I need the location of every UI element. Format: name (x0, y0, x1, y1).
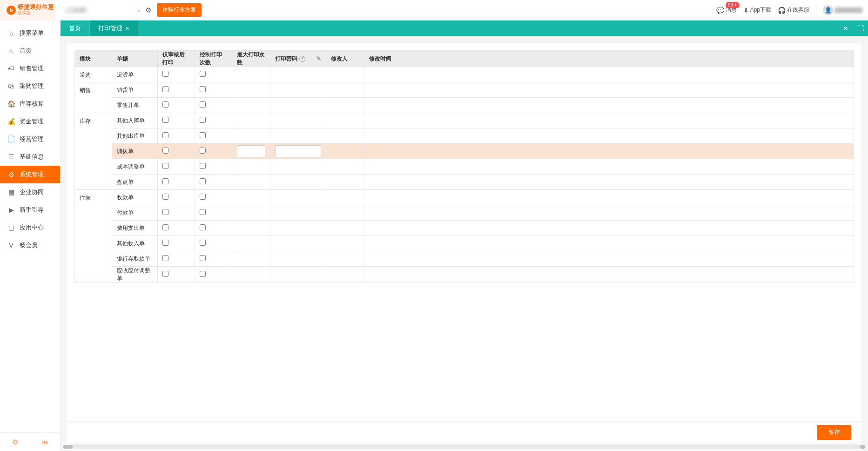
tab-首页[interactable]: 首页 (61, 20, 90, 36)
sidebar-item-apps[interactable]: ▢应用中心 (0, 219, 60, 236)
max-times-cell (232, 159, 270, 175)
after-audit-checkbox[interactable] (162, 224, 168, 230)
messages-link[interactable]: 💬 消息 99 + (716, 6, 737, 14)
help-icon[interactable]: ? (299, 56, 305, 62)
scrollbar-thumb[interactable] (63, 445, 73, 449)
bill-cell: 零售开单 (112, 98, 158, 113)
sidebar-item-business[interactable]: 📄经营管理 (0, 130, 60, 148)
after-audit-checkbox[interactable] (162, 101, 168, 108)
tab-打印管理[interactable]: 打印管理✕ (90, 20, 138, 36)
max-times-cell (232, 190, 270, 205)
after-audit-cell (158, 221, 195, 236)
sidebar-item-purchase[interactable]: 🛍采购管理 (0, 77, 60, 95)
sidebar-item-collab[interactable]: ▦企业协同 (0, 183, 60, 201)
collapse-icon: ⏮ (41, 438, 48, 446)
user-name (834, 7, 862, 13)
content-panel: 模块 单据 仅审核后打印 控制打印次数 最大打印次数 打印密码 ? ✎ (67, 43, 861, 421)
after-audit-checkbox[interactable] (162, 178, 168, 184)
sidebar-item-vip[interactable]: V畅会员 (0, 236, 60, 254)
bill-cell: 其他收入单 (112, 236, 158, 251)
fullscreen-button[interactable]: ⛶ (853, 20, 868, 36)
max-times-input[interactable] (237, 145, 265, 157)
sidebar-item-base[interactable]: ☰基础信息 (0, 148, 60, 166)
after-audit-cell (158, 267, 195, 283)
ctrl-times-cell (195, 113, 232, 128)
table-row: 盘点单 (75, 175, 854, 190)
modifier-cell (326, 251, 364, 267)
scrollbar-end[interactable] (860, 445, 865, 449)
table-row: 零售开单 (75, 98, 854, 113)
logo-text: 畅捷通好生意 (18, 3, 54, 10)
after-audit-checkbox[interactable] (162, 86, 168, 92)
ctrl-times-checkbox[interactable] (200, 117, 206, 123)
logo-subtext: 臻享版 (18, 10, 54, 16)
ctrl-times-checkbox[interactable] (200, 178, 206, 184)
ctrl-times-checkbox[interactable] (200, 209, 206, 215)
user-menu[interactable]: 👤 (823, 5, 862, 15)
bill-cell: 盘点单 (112, 175, 158, 190)
password-cell (270, 113, 326, 128)
after-audit-cell (158, 144, 195, 159)
ctrl-times-cell (195, 190, 232, 205)
sidebar-item-guide[interactable]: ▶新手引导 (0, 201, 60, 219)
password-cell (270, 267, 326, 283)
ctrl-times-checkbox[interactable] (200, 148, 206, 154)
industry-plan-button[interactable]: 体验行业方案 (157, 3, 202, 17)
sidebar-item-inventory[interactable]: 🏠库存核算 (0, 95, 60, 113)
ctrl-times-checkbox[interactable] (200, 101, 206, 108)
after-audit-checkbox[interactable] (162, 148, 168, 154)
sidebar-item-search[interactable]: ⌕搜索菜单 (0, 24, 60, 42)
password-cell (270, 175, 326, 190)
sidebar-item-label: 搜索菜单 (20, 29, 44, 37)
sidebar-item-apps-icon: ▢ (7, 224, 15, 231)
after-audit-checkbox[interactable] (162, 271, 168, 277)
after-audit-checkbox[interactable] (162, 71, 168, 77)
sidebar-item-sales[interactable]: 🏷销售管理 (0, 60, 60, 77)
ctrl-times-checkbox[interactable] (200, 240, 206, 246)
ctrl-times-cell (195, 175, 232, 190)
after-audit-checkbox[interactable] (162, 255, 168, 261)
password-cell (270, 67, 326, 82)
settings-button[interactable]: ⚙ (145, 6, 151, 14)
password-cell (270, 236, 326, 251)
bill-cell: 付款单 (112, 205, 158, 221)
after-audit-checkbox[interactable] (162, 194, 168, 200)
ctrl-times-checkbox[interactable] (200, 163, 206, 169)
modifier-cell (326, 113, 364, 128)
ctrl-times-checkbox[interactable] (200, 194, 206, 200)
ctrl-times-checkbox[interactable] (200, 255, 206, 261)
logo[interactable]: b 畅捷通好生意 臻享版 (0, 0, 55, 20)
sidebar-item-system[interactable]: ⚙系统管理 (0, 166, 60, 183)
sidebar-item-label: 经营管理 (20, 135, 44, 143)
tab-close-all-button[interactable]: ✕ (838, 20, 853, 36)
sidebar-collapse-button[interactable]: ⏮ (36, 433, 54, 451)
save-button[interactable]: 保存 (817, 425, 851, 440)
sidebar-item-home[interactable]: ⌂首页 (0, 42, 60, 60)
ctrl-times-checkbox[interactable] (200, 271, 206, 277)
after-audit-checkbox[interactable] (162, 132, 168, 138)
close-icon: ✕ (843, 25, 848, 32)
horizontal-scrollbar[interactable] (62, 444, 866, 450)
max-times-cell (232, 144, 270, 159)
password-cell (270, 98, 326, 113)
ctrl-times-checkbox[interactable] (200, 224, 206, 230)
ctrl-times-checkbox[interactable] (200, 132, 206, 138)
after-audit-checkbox[interactable] (162, 240, 168, 246)
tab-close-icon[interactable]: ✕ (125, 26, 129, 32)
support-link[interactable]: 🎧 在线客服 (778, 6, 809, 14)
company-selector[interactable]: （已隐藏） ⌄ (61, 6, 141, 14)
max-times-cell (232, 236, 270, 251)
after-audit-checkbox[interactable] (162, 163, 168, 169)
after-audit-checkbox[interactable] (162, 209, 168, 215)
message-icon: 💬 (716, 7, 724, 14)
sidebar-item-funds[interactable]: 💰资金管理 (0, 113, 60, 130)
password-cell (270, 82, 326, 98)
ctrl-times-checkbox[interactable] (200, 71, 206, 77)
password-input[interactable] (275, 145, 321, 157)
ctrl-times-checkbox[interactable] (200, 86, 206, 92)
app-download-link[interactable]: ⬇ App下载 (743, 6, 771, 14)
sidebar-settings-button[interactable]: ⚙ (6, 433, 24, 451)
after-audit-cell (158, 82, 195, 98)
edit-icon[interactable]: ✎ (316, 55, 321, 62)
after-audit-checkbox[interactable] (162, 117, 168, 123)
